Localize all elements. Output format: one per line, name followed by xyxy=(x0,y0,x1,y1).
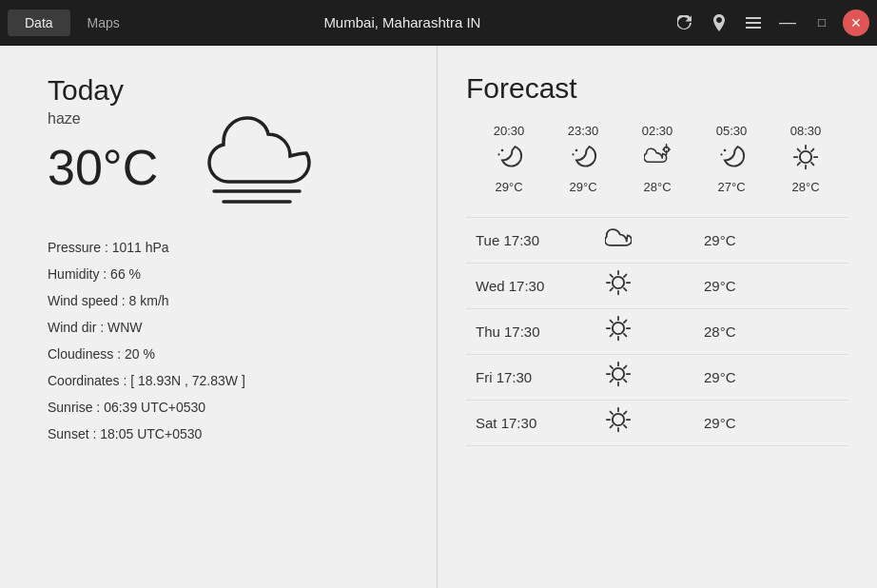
hourly-temp: 27°C xyxy=(717,180,745,194)
daily-icon xyxy=(590,269,647,303)
daily-day: Tue 17:30 xyxy=(476,232,590,248)
location-button[interactable] xyxy=(702,6,736,40)
daily-temp: 29°C xyxy=(704,232,736,248)
hourly-temp: 28°C xyxy=(643,180,671,194)
close-button[interactable]: ✕ xyxy=(843,10,869,36)
svg-line-49 xyxy=(624,380,626,382)
refresh-icon xyxy=(677,15,692,30)
svg-line-33 xyxy=(611,288,613,290)
svg-rect-0 xyxy=(746,17,761,19)
svg-line-39 xyxy=(611,321,613,323)
wind-dir-detail: Wind dir : WNW xyxy=(48,314,408,341)
hourly-temp: 29°C xyxy=(495,180,522,194)
daily-temp: 28°C xyxy=(704,323,736,340)
daily-forecast-list: Tue 17:30 29°C Wed 17:30 29°C Thu 17:30 xyxy=(466,217,848,446)
svg-line-59 xyxy=(624,412,626,414)
svg-point-16 xyxy=(800,151,811,163)
daily-icon xyxy=(590,406,647,440)
hourly-icon xyxy=(496,144,522,174)
svg-line-42 xyxy=(611,334,613,336)
svg-point-5 xyxy=(501,149,504,152)
hourly-item: 20:30 29°C xyxy=(476,124,542,194)
svg-line-40 xyxy=(624,334,626,336)
daily-row: Wed 17:30 29°C xyxy=(466,263,848,308)
svg-line-21 xyxy=(798,149,800,151)
left-panel: Today haze 30°C Pressure : 1011 hPa xyxy=(0,46,438,588)
hourly-time: 20:30 xyxy=(494,124,525,138)
svg-line-58 xyxy=(624,425,626,427)
svg-line-60 xyxy=(611,425,613,427)
right-panel: Forecast 20:30 29°C 23:30 29°C 02:30 xyxy=(438,46,877,588)
daily-row: Thu 17:30 28°C xyxy=(466,308,848,354)
daily-row: Sat 17:30 29°C xyxy=(466,400,848,446)
maximize-button[interactable]: □ xyxy=(805,6,839,40)
daily-day: Wed 17:30 xyxy=(476,278,590,294)
minimize-button[interactable]: — xyxy=(770,6,805,40)
hourly-forecast-row: 20:30 29°C 23:30 29°C 02:30 xyxy=(466,124,848,194)
hourly-icon xyxy=(570,144,596,174)
forecast-title: Forecast xyxy=(466,72,848,105)
svg-line-31 xyxy=(624,288,626,290)
daily-day: Thu 17:30 xyxy=(476,323,590,340)
daily-day: Fri 17:30 xyxy=(476,369,590,385)
hourly-icon xyxy=(792,144,819,174)
svg-rect-2 xyxy=(746,27,761,29)
daily-row: Tue 17:30 29°C xyxy=(466,217,848,263)
svg-point-6 xyxy=(497,153,499,155)
tab-maps[interactable]: Maps xyxy=(70,10,137,36)
menu-icon xyxy=(746,17,761,29)
daily-temp: 29°C xyxy=(704,278,736,294)
hourly-temp: 29°C xyxy=(569,180,596,194)
pressure-detail: Pressure : 1011 hPa xyxy=(48,234,408,261)
window-title: Mumbai, Maharashtra IN xyxy=(137,14,668,30)
daily-day: Sat 17:30 xyxy=(476,415,590,431)
daily-row: Fri 17:30 29°C xyxy=(466,354,848,400)
coordinates-detail: Coordinates : [ 18.93N , 72.83W ] xyxy=(48,367,408,394)
tab-data[interactable]: Data xyxy=(8,10,70,36)
svg-line-50 xyxy=(624,366,626,368)
svg-point-34 xyxy=(613,323,624,334)
refresh-button[interactable] xyxy=(668,6,702,40)
daily-icon xyxy=(590,361,647,394)
location-icon xyxy=(712,14,726,31)
weather-details: Pressure : 1011 hPa Humidity : 66 % Wind… xyxy=(48,234,408,447)
sunrise-detail: Sunrise : 06:39 UTC+0530 xyxy=(48,394,408,421)
svg-line-57 xyxy=(611,412,613,414)
daily-icon xyxy=(590,315,647,348)
svg-rect-1 xyxy=(746,22,761,24)
svg-line-32 xyxy=(624,275,626,277)
svg-line-48 xyxy=(611,366,613,368)
daily-temp: 29°C xyxy=(704,415,736,431)
hourly-time: 05:30 xyxy=(716,124,748,138)
svg-line-51 xyxy=(611,380,613,382)
hourly-time: 08:30 xyxy=(790,124,822,138)
svg-point-25 xyxy=(613,277,624,288)
hourly-time: 02:30 xyxy=(642,124,673,138)
hourly-icon xyxy=(644,144,671,174)
svg-point-7 xyxy=(575,149,578,152)
hourly-time: 23:30 xyxy=(568,124,599,138)
main-content: Today haze 30°C Pressure : 1011 hPa xyxy=(0,46,877,588)
hourly-item: 23:30 29°C xyxy=(550,124,616,194)
daily-icon xyxy=(590,224,647,257)
svg-point-14 xyxy=(724,149,727,152)
svg-line-41 xyxy=(624,321,626,323)
hourly-item: 05:30 27°C xyxy=(698,124,765,194)
hourly-temp: 28°C xyxy=(791,180,819,194)
svg-line-23 xyxy=(811,149,813,151)
hourly-icon xyxy=(718,144,745,174)
svg-point-52 xyxy=(613,414,624,425)
wind-speed-detail: Wind speed : 8 km/h xyxy=(48,287,408,314)
weather-icon-haze xyxy=(181,101,333,215)
hourly-item: 08:30 28°C xyxy=(772,124,839,194)
svg-point-43 xyxy=(613,368,624,380)
svg-line-30 xyxy=(611,275,613,277)
sunset-detail: Sunset : 18:05 UTC+0530 xyxy=(48,421,408,447)
cloudiness-detail: Cloudiness : 20 % xyxy=(48,341,408,367)
menu-button[interactable] xyxy=(736,6,770,40)
humidity-detail: Humidity : 66 % xyxy=(48,261,408,287)
svg-line-22 xyxy=(811,163,813,165)
svg-point-8 xyxy=(572,153,574,155)
svg-point-15 xyxy=(720,153,722,155)
hourly-item: 02:30 28°C xyxy=(624,124,691,194)
